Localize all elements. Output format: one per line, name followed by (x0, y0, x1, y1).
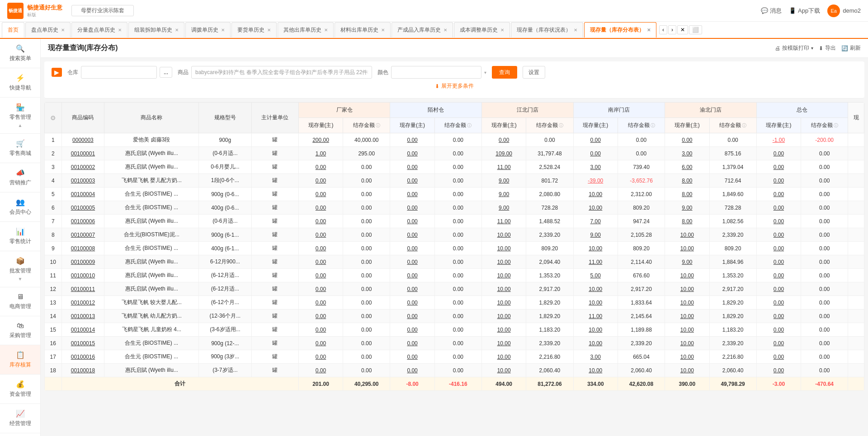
tab-11[interactable]: 现存量（库存分布表） ✕ (584, 22, 656, 38)
top-bar: 畅捷通 畅捷通好生意 标版 母婴行业演示陈套 💬 消息 📱 App下载 Ea d… (0, 0, 868, 22)
info-icon[interactable]: ⓘ (467, 123, 472, 128)
close-icon[interactable]: ✕ (267, 28, 271, 33)
wholesale-icon: 📦 (16, 257, 25, 265)
th-factory: 厂家仓 (298, 103, 390, 118)
refresh-btn[interactable]: 🔄 刷新 (841, 44, 861, 52)
sidebar-label-retail-stats: 零售统计 (9, 238, 31, 245)
expand-more-btn[interactable]: ⬇ 展开更多条件 (435, 82, 474, 90)
chevron-down-icon: ▾ (811, 46, 813, 51)
chevron-up-icon: ▲ (18, 123, 23, 128)
close-icon[interactable]: ✕ (381, 28, 385, 33)
sidebar-label-shop: 零售商城 (9, 150, 31, 157)
tab-1[interactable]: 盘点单历史 ✕ (25, 22, 71, 38)
color-input[interactable] (391, 66, 481, 79)
warehouse-input[interactable] (81, 66, 157, 79)
info-icon[interactable]: ⓘ (834, 123, 838, 128)
close-icon[interactable]: ✕ (175, 28, 179, 33)
info-icon[interactable]: ⓘ (376, 123, 380, 128)
setting-btn[interactable]: 设置 (523, 66, 545, 79)
print-btn[interactable]: 🖨 按模版打印 ▾ (775, 44, 813, 52)
th-spec: 规格型号 (199, 103, 252, 133)
sidebar-item-inventory[interactable]: 📋 库存核算 (0, 345, 40, 375)
tab-6[interactable]: 其他出库单历史 ✕ (278, 22, 334, 38)
sidebar-label-search: 搜索英单 (9, 55, 31, 62)
table-row: 900100008合生元 (BIOSTIME) ...400g (6-1...罐… (45, 242, 864, 255)
tab-10[interactable]: 现存量（库存状况表） ✕ (511, 22, 583, 38)
tab-2[interactable]: 分量盘点单历史 ✕ (71, 22, 127, 38)
th-scroll-right: 现 (848, 103, 864, 133)
export-btn[interactable]: ⬇ 导出 (819, 44, 836, 52)
sidebar-item-basic[interactable]: ℹ 基础信息 (0, 433, 40, 436)
close-icon[interactable]: ✕ (221, 28, 225, 33)
user-area[interactable]: Ea demo2 (827, 5, 861, 17)
query-btn[interactable]: 查询 (492, 66, 517, 79)
tab-4[interactable]: 调拨单历史 ✕ (185, 22, 231, 38)
sidebar-item-wholesale[interactable]: 📦 批发管理 ▼ (0, 251, 40, 287)
data-table: ⚙ 商品编码 商品名称 规格型号 主计量单位 厂家仓 陌村仓 江北门店 南岸门店… (44, 102, 864, 391)
tab-prev-btn[interactable]: ‹ (659, 25, 667, 34)
table-row: 700100006惠氏启賦 (Wyeth illu...(0-6月适...罐0.… (45, 215, 864, 228)
tab-3[interactable]: 组装拆卸单历史 ✕ (128, 22, 184, 38)
close-icon[interactable]: ✕ (647, 28, 651, 33)
goods-input[interactable] (191, 66, 372, 79)
info-icon[interactable]: ⓘ (742, 123, 746, 128)
sidebar-item-operations[interactable]: 📈 经营管理 (0, 404, 40, 433)
sidebar-label-ecommerce: 电商管理 (9, 303, 31, 310)
th-yubei: 渝北门店 (665, 103, 757, 118)
info-icon[interactable]: ⓘ (651, 123, 655, 128)
th-gear[interactable]: ⚙ (45, 103, 62, 133)
page-title: 现存量查询(库存分布) (48, 43, 118, 53)
tab-next-btn[interactable]: › (668, 25, 676, 34)
warehouse-more-btn[interactable]: ... (160, 67, 172, 78)
sidebar-item-purchase[interactable]: 🛍 采购管理 (0, 316, 40, 345)
close-icon[interactable]: ✕ (443, 28, 447, 33)
sidebar-item-retail-mgmt[interactable]: 🏪 零售管理 ▲ (0, 98, 40, 134)
th-na-qty: 现存量(主) (573, 118, 618, 133)
info-icon[interactable]: ⓘ (559, 123, 563, 128)
table-row: 1700100016合生元 (BIOSTIME) ...900g (3岁...罐… (45, 350, 864, 364)
sidebar-item-ecommerce[interactable]: 🖥 电商管理 (0, 287, 40, 316)
tab-expand-btn[interactable]: ⬜ (689, 25, 702, 34)
print-icon: 🖨 (775, 45, 780, 52)
sidebar-item-member[interactable]: 👥 会员中心 (0, 192, 40, 222)
tab-9[interactable]: 成本调整单历史 ✕ (454, 22, 510, 38)
sidebar-item-search[interactable]: 🔍 搜索英单 (0, 39, 40, 68)
sidebar-item-finance[interactable]: 💰 资金管理 (0, 375, 40, 404)
marketing-icon: 📣 (16, 169, 25, 177)
tab-7[interactable]: 材料出库单历史 ✕ (335, 22, 391, 38)
close-icon[interactable]: ✕ (500, 28, 504, 33)
th-total: 总仓 (756, 103, 848, 118)
shop-icon: 🛒 (16, 139, 25, 148)
table-row: 400100003飞鹤星飞帆 婴儿配方奶...1段(0-6个...罐0.000.… (45, 174, 864, 188)
close-icon[interactable]: ✕ (61, 28, 65, 33)
table-row: 10000003爱他美 卤藤3段900g罐200.0040,000.000.00… (45, 133, 864, 147)
sidebar-label-operations: 经营管理 (9, 420, 31, 427)
tab-nav-buttons: ‹ › ✕ ⬜ (659, 25, 702, 34)
chevron-down-icon: ▼ (18, 277, 23, 281)
app-btn[interactable]: 📱 App下载 (789, 7, 820, 15)
tab-home[interactable]: 首页 (2, 22, 24, 38)
industry-selector[interactable]: 母婴行业演示陈套 (71, 5, 134, 16)
avatar: Ea (827, 5, 840, 17)
th-jb-qty: 现存量(主) (481, 118, 526, 133)
close-icon[interactable]: ✕ (324, 28, 328, 33)
sidebar-item-retail-stats[interactable]: 📊 零售统计 (0, 222, 40, 251)
sidebar-label-member: 会员中心 (9, 208, 31, 216)
color-label: 颜色 (377, 69, 388, 76)
msg-btn[interactable]: 💬 消息 (761, 7, 782, 15)
msg-icon: 💬 (761, 7, 768, 14)
sidebar-item-marketing[interactable]: 📣 营销推广 (0, 163, 40, 192)
sidebar-item-shop[interactable]: 🛒 零售商城 (0, 134, 40, 163)
filter-collapse-btn[interactable]: ▶ (52, 68, 62, 77)
sidebar-item-nav[interactable]: ⚡ 快捷导航 (0, 68, 40, 98)
table-row: 1200100011惠氏启賦 (Wyeth illu...(6-12月适...罐… (45, 282, 864, 296)
logo-icon: 畅捷通 (7, 3, 24, 19)
close-icon[interactable]: ✕ (574, 28, 577, 33)
close-icon[interactable]: ✕ (118, 28, 122, 33)
tab-8[interactable]: 产成品入库单历史 ✕ (392, 22, 453, 38)
gear-icon[interactable]: ⚙ (50, 114, 56, 122)
tab-5[interactable]: 要货单历史 ✕ (231, 22, 277, 38)
warehouse-label: 仓库 (67, 69, 78, 76)
tab-close-all-btn[interactable]: ✕ (677, 25, 688, 34)
content-area: 现存量查询(库存分布) 🖨 按模版打印 ▾ ⬇ 导出 🔄 刷新 (41, 39, 868, 436)
